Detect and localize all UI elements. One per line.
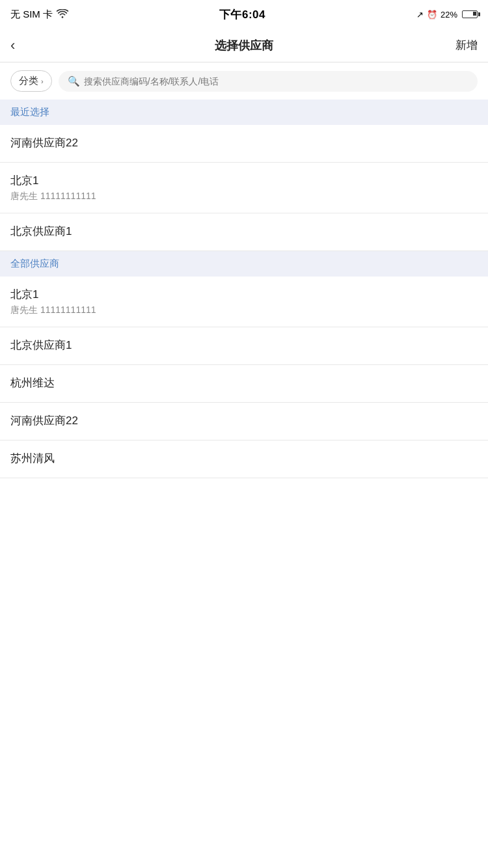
filter-bar: 分类 › 🔍 — [0, 62, 488, 100]
search-box[interactable]: 🔍 — [59, 71, 478, 92]
nav-title: 选择供应商 — [215, 38, 273, 53]
list-item[interactable]: 北京1唐先生 11111111111 — [0, 277, 488, 327]
alarm-icon: ⏰ — [427, 10, 437, 20]
search-input[interactable] — [84, 76, 468, 87]
status-time: 下午6:04 — [219, 7, 265, 22]
chevron-right-icon: › — [41, 77, 44, 85]
all-items-list: 北京1唐先生 11111111111北京供应商1杭州维达河南供应商22苏州清风 — [0, 277, 488, 478]
back-button[interactable]: ‹ — [10, 37, 39, 54]
category-filter-button[interactable]: 分类 › — [10, 70, 52, 92]
sim-status: 无 SIM 卡 — [10, 8, 53, 21]
item-name: 北京1 — [10, 287, 478, 302]
list-item[interactable]: 杭州维达 — [0, 365, 488, 403]
status-left: 无 SIM 卡 — [10, 8, 68, 21]
all-section-header: 全部供应商 — [0, 251, 488, 277]
status-right: ↗ ⏰ 22% — [416, 10, 478, 20]
recent-items-list: 河南供应商22北京1唐先生 11111111111北京供应商1 — [0, 125, 488, 251]
item-name: 北京供应商1 — [10, 338, 478, 353]
nav-bar: ‹ 选择供应商 新增 — [0, 29, 488, 62]
all-section-label: 全部供应商 — [10, 258, 59, 269]
list-item[interactable]: 河南供应商22 — [0, 403, 488, 441]
recent-section-label: 最近选择 — [10, 106, 49, 117]
wifi-icon — [57, 9, 68, 20]
list-item[interactable]: 北京供应商1 — [0, 213, 488, 251]
search-icon: 🔍 — [68, 75, 80, 87]
list-item[interactable]: 北京1唐先生 11111111111 — [0, 163, 488, 213]
item-name: 河南供应商22 — [10, 413, 478, 428]
location-icon: ↗ — [416, 10, 424, 20]
status-bar: 无 SIM 卡 下午6:04 ↗ ⏰ 22% — [0, 0, 488, 29]
add-button[interactable]: 新增 — [449, 38, 478, 53]
list-item[interactable]: 北京供应商1 — [0, 327, 488, 365]
battery-icon — [462, 10, 478, 18]
list-item[interactable]: 河南供应商22 — [0, 125, 488, 163]
item-name: 北京1 — [10, 173, 478, 188]
item-sub: 唐先生 11111111111 — [10, 191, 478, 202]
category-label: 分类 — [19, 75, 38, 87]
battery-percent: 22% — [441, 10, 457, 20]
item-name: 北京供应商1 — [10, 224, 478, 239]
recent-section-header: 最近选择 — [0, 100, 488, 125]
item-sub: 唐先生 11111111111 — [10, 305, 478, 316]
item-name: 苏州清风 — [10, 451, 478, 466]
list-item[interactable]: 苏州清风 — [0, 441, 488, 478]
item-name: 杭州维达 — [10, 375, 478, 390]
item-name: 河南供应商22 — [10, 135, 478, 150]
